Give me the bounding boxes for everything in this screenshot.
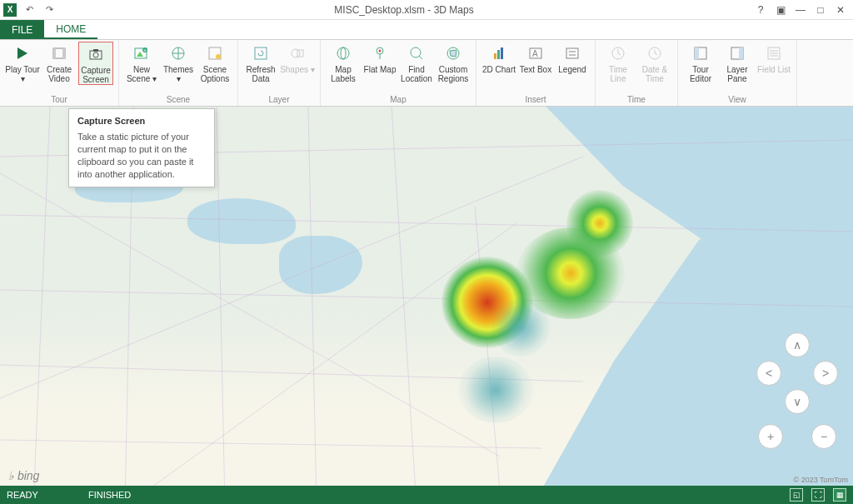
date-time-label: Date & Time: [637, 65, 672, 83]
ribbon-display-button[interactable]: ▣: [771, 2, 790, 17]
ribbon: Play Tour ▾ Create Video Capture Screen …: [0, 40, 853, 107]
heatmap-blob-4: [458, 357, 533, 423]
map-labels-button[interactable]: Map Labels: [326, 42, 361, 83]
group-label-view: View: [728, 95, 746, 106]
svg-rect-2: [53, 48, 56, 58]
create-video-label: Create Video: [42, 65, 77, 83]
new-scene-label: New Scene ▾: [124, 65, 159, 83]
svg-point-13: [216, 54, 221, 59]
window-title: MISC_Desktop.xlsm - 3D Maps: [57, 4, 751, 16]
flat-map-label: Flat Map: [364, 65, 397, 74]
pan-up-button[interactable]: ∧: [785, 332, 810, 357]
map-labels-label: Map Labels: [326, 65, 361, 83]
capture-screen-tooltip: Capture Screen Take a static picture of …: [68, 108, 215, 187]
custom-regions-label: Custom Regions: [436, 65, 471, 83]
status-ready: READY: [7, 490, 38, 500]
ribbon-group-time: Time Line Date & Time Time: [596, 40, 678, 106]
redo-button[interactable]: ↷: [42, 2, 57, 17]
search-globe-icon: [407, 43, 426, 63]
group-label-insert: Insert: [525, 95, 546, 106]
shapes-icon: [287, 43, 307, 63]
custom-regions-button[interactable]: Custom Regions: [436, 42, 471, 83]
ribbon-group-insert: 2D Chart A Text Box Legend Insert: [476, 40, 596, 106]
group-label-map: Map: [390, 95, 406, 106]
group-label-scene: Scene: [167, 95, 190, 106]
shapes-label: Shapes ▾: [280, 65, 315, 74]
view-mode-2-button[interactable]: ⛶: [811, 488, 825, 502]
tooltip-body: Take a static picture of your current ma…: [77, 131, 206, 180]
svg-line-49: [217, 107, 225, 486]
zoom-in-button[interactable]: +: [758, 424, 783, 449]
themes-label: Themes ▾: [161, 65, 196, 83]
regions-icon: [443, 43, 463, 63]
title-bar: X ↶ ↷ MISC_Desktop.xlsm - 3D Maps ? ▣ — …: [0, 0, 853, 20]
refresh-data-button[interactable]: Refresh Data: [243, 42, 278, 83]
legend-icon: [562, 43, 582, 63]
pan-left-button[interactable]: <: [756, 361, 781, 386]
time-line-button: Time Line: [601, 42, 636, 83]
find-location-button[interactable]: Find Location: [399, 42, 434, 83]
time-line-label: Time Line: [601, 65, 636, 83]
refresh-icon: [251, 43, 271, 63]
help-button[interactable]: ?: [751, 2, 770, 17]
svg-rect-25: [497, 50, 500, 59]
gear-sun-icon: [205, 43, 225, 63]
view-mode-3-button[interactable]: ▦: [833, 488, 846, 502]
play-tour-button[interactable]: Play Tour ▾: [5, 42, 40, 85]
legend-label: Legend: [558, 65, 586, 74]
new-scene-button[interactable]: + New Scene ▾: [124, 42, 159, 83]
group-label-time: Time: [627, 95, 646, 106]
refresh-data-label: Refresh Data: [243, 65, 278, 83]
tooltip-title: Capture Screen: [77, 116, 206, 126]
flat-map-button[interactable]: Flat Map: [362, 42, 397, 83]
capture-screen-button[interactable]: Capture Screen: [78, 42, 113, 85]
svg-point-17: [337, 47, 349, 59]
ribbon-group-map: Map Labels Flat Map Find Location Custom…: [321, 40, 476, 106]
maximize-button[interactable]: □: [811, 2, 830, 17]
close-button[interactable]: ✕: [831, 2, 850, 17]
svg-marker-8: [137, 52, 143, 57]
tab-home[interactable]: HOME: [44, 20, 97, 39]
field-list-button: Field List: [756, 42, 791, 83]
svg-point-5: [93, 52, 98, 57]
legend-button[interactable]: Legend: [555, 42, 590, 74]
svg-line-47: [33, 107, 50, 486]
pan-down-button[interactable]: ∨: [785, 389, 810, 414]
create-video-button[interactable]: Create Video: [42, 42, 77, 85]
scene-options-label: Scene Options: [197, 65, 232, 83]
svg-line-53: [0, 173, 500, 457]
layer-pane-button[interactable]: Layer Pane: [720, 42, 755, 83]
undo-button[interactable]: ↶: [22, 2, 37, 17]
text-box-label: Text Box: [520, 65, 551, 74]
svg-rect-26: [501, 47, 503, 59]
pane-left-icon: [691, 43, 711, 63]
2d-chart-button[interactable]: 2D Chart: [481, 42, 516, 74]
svg-rect-14: [255, 47, 267, 59]
ribbon-group-tour: Play Tour ▾ Create Video Capture Screen …: [0, 40, 119, 106]
svg-marker-0: [17, 47, 27, 59]
zoom-out-button[interactable]: −: [811, 424, 836, 449]
view-mode-1-button[interactable]: ◱: [790, 488, 803, 502]
scene-options-button[interactable]: Scene Options: [197, 42, 232, 83]
svg-rect-37: [739, 47, 743, 59]
find-location-label: Find Location: [399, 65, 434, 83]
svg-line-44: [0, 290, 853, 307]
tab-file[interactable]: FILE: [0, 20, 44, 39]
svg-marker-23: [450, 50, 456, 57]
minimize-button[interactable]: —: [791, 2, 810, 17]
svg-rect-35: [695, 47, 699, 59]
svg-point-18: [341, 47, 346, 59]
bing-label: bing: [17, 469, 39, 482]
text-box-button[interactable]: A Text Box: [518, 42, 553, 74]
tour-editor-button[interactable]: Tour Editor: [683, 42, 718, 83]
status-finished: FINISHED: [88, 490, 131, 500]
themes-button[interactable]: Themes ▾: [161, 42, 196, 83]
map-copyright: © 2023 TomTom: [794, 476, 849, 484]
capture-screen-label: Capture Screen: [79, 66, 112, 84]
pin-icon: [370, 43, 390, 63]
list-icon: [764, 43, 784, 63]
group-label-layer: Layer: [268, 95, 289, 106]
svg-text:A: A: [532, 49, 538, 58]
pan-right-button[interactable]: >: [813, 361, 838, 386]
excel-icon: X: [3, 3, 17, 17]
